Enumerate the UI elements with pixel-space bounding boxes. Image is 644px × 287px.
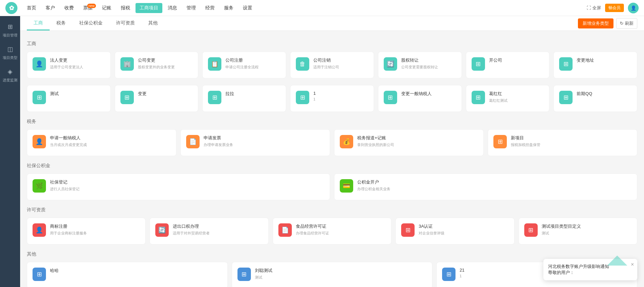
card-icon-cert-3a: ⊞	[401, 223, 415, 237]
add-business-type-button[interactable]: 新增业务类型	[578, 18, 613, 28]
card-name-test-type: 测试项目类型目定义	[542, 223, 632, 229]
card-info-front-qq: 前期QQ	[577, 91, 632, 98]
card-equity-transfer[interactable]: 🔄 股权转让 公司变更需要股权转让	[378, 52, 462, 78]
card-icon-one: ⊞	[296, 91, 309, 104]
card-name-liu-test: 刘聪测试	[255, 268, 427, 274]
tab-xuke[interactable]: 许可资质	[109, 17, 142, 30]
fullscreen-btn[interactable]: ⛶ 全屏	[587, 5, 601, 11]
card-haha[interactable]: ⊞ 哈哈	[27, 262, 228, 287]
tax-section-title: 税务	[27, 119, 637, 125]
card-icon-change-address: ⊞	[559, 57, 573, 71]
nav-item-fee[interactable]: 收费	[60, 3, 78, 13]
nav-item-ticket[interactable]: 票据new	[79, 3, 97, 13]
tab-shuiwu[interactable]: 税务	[50, 17, 72, 30]
card-icon-mohonghong: ⊞	[472, 91, 485, 104]
logo: ✿	[5, 2, 17, 14]
card-info-import-export: 进出口权办理 适用于对外贸易经营者	[173, 223, 263, 236]
sidebar-item-progress-monitor[interactable]: ◈ 进度监测	[0, 64, 20, 86]
sidebar-item-project-type[interactable]: ◫ 项目类型	[0, 41, 20, 64]
card-icon-haha: ⊞	[33, 268, 46, 281]
sidebar-icon-project-manage: ⊞	[5, 22, 15, 31]
social-section-title: 社保公积金	[27, 163, 637, 169]
card-mohonghong[interactable]: ⊞ 葛红红 葛红红测试	[466, 85, 550, 112]
card-name-company-change: 公司变更	[138, 57, 193, 63]
card-info-company-change: 公司变更 股权变更外的业务变更	[138, 57, 193, 70]
card-cert-3a[interactable]: ⊞ 3A认证 对企业信誉评级	[395, 218, 514, 244]
card-name-fund-open: 公积金开户	[357, 179, 632, 185]
avatar[interactable]: 👤	[628, 3, 639, 13]
nav-item-project[interactable]: 工商项目	[136, 3, 162, 13]
fullscreen-icon: ⛶	[587, 5, 591, 10]
nav-item-setting[interactable]: 设置	[239, 3, 256, 13]
card-desc-one: 1	[313, 97, 368, 101]
card-info-food-permit: 食品经营许可证 办理食品经营许可证	[296, 223, 386, 236]
nav-item-account[interactable]: 记账	[98, 3, 115, 13]
card-info-change-address: 变更地址	[577, 57, 632, 65]
card-icon-liu-test: ⊞	[237, 268, 251, 281]
card-name-equity-transfer: 股权转让	[401, 57, 456, 63]
card-apply-invoice[interactable]: 📄 申请发票 办理申请发票业务	[180, 129, 330, 156]
card-icon-company-cancel: 🗑	[296, 57, 309, 71]
card-front-qq[interactable]: ⊞ 前期QQ	[553, 85, 637, 112]
card-change-taxpayer[interactable]: ⊞ 变更一般纳税人	[378, 85, 462, 112]
card-info-lala: 拉拉	[225, 91, 280, 98]
nav-item-home[interactable]: 首页	[23, 3, 40, 13]
card-icon-tax-plus-account: 💰	[340, 135, 353, 148]
card-company-cancel[interactable]: 🗑 公司注销 适用于注销公司	[290, 52, 374, 78]
card-new-project[interactable]: ⊞ 新项目 报税加税控盘保管	[488, 129, 637, 156]
sidebar-item-project-manage[interactable]: ⊞ 项目管理	[0, 19, 20, 41]
card-change[interactable]: ⊞ 变更	[115, 85, 199, 112]
card-trademark[interactable]: 👤 商标注册 用于企业商标注册服务	[27, 218, 146, 244]
card-icon-new-project: ⊞	[493, 135, 507, 148]
nav-item-client[interactable]: 客户	[42, 3, 59, 13]
content-area: 工商 👤 法人变更 适用于公司变更法人 🏢 公司变更 股权变更外的业务变更 📋 …	[20, 31, 644, 287]
tab-shebao[interactable]: 社保公积金	[72, 17, 109, 30]
card-one[interactable]: ⊞ 1 1	[290, 85, 374, 112]
card-info-one: 1 1	[313, 91, 368, 101]
nav-badge-ticket: new	[87, 4, 96, 8]
card-company-register[interactable]: 📋 公司注册 申请公司注册全流程	[202, 52, 286, 78]
card-legal-change[interactable]: 👤 法人变更 适用于公司变更法人	[27, 52, 111, 78]
card-test[interactable]: ⊞ 测试	[27, 85, 111, 112]
card-info-liu-test: 刘聪测试 测试	[255, 268, 427, 280]
card-desc-legal-change: 适用于公司变更法人	[50, 65, 105, 70]
sidebar-label-project-type: 项目类型	[3, 55, 17, 60]
card-company-change[interactable]: 🏢 公司变更 股权变更外的业务变更	[115, 52, 199, 78]
card-name-trademark: 商标注册	[50, 223, 140, 229]
card-info-change: 变更	[138, 91, 193, 98]
refresh-button[interactable]: ↻ 刷新	[616, 18, 637, 29]
card-tax-plus-account[interactable]: 💰 税务报道+记账 拿到营业执照的新公司	[334, 129, 484, 156]
card-food-permit[interactable]: 📄 食品经营许可证 办理食品经营许可证	[273, 218, 391, 244]
card-open-company[interactable]: ⊞ 开公司	[466, 52, 550, 78]
card-lala[interactable]: ⊞ 拉拉	[202, 85, 286, 112]
card-icon-test-type: ⊞	[524, 223, 538, 237]
card-name-apply-invoice: 申请发票	[204, 135, 324, 141]
card-import-export[interactable]: 🔄 进出口权办理 适用于对外贸易经营者	[150, 218, 268, 244]
card-desc-liu-test: 测试	[255, 275, 427, 280]
nav-item-service[interactable]: 服务	[220, 3, 237, 13]
sidebar-label-project-manage: 项目管理	[3, 33, 17, 38]
card-social-register[interactable]: 🌿 社保登记 进行人员社保登记	[27, 173, 330, 200]
card-info-apply-invoice: 申请发票 办理申请发票业务	[204, 135, 324, 147]
card-icon-food-permit: 📄	[278, 223, 292, 237]
nav-item-tax[interactable]: 报税	[117, 3, 134, 13]
card-fund-open[interactable]: 💳 公积金开户 办理公积金相关业务	[334, 173, 637, 200]
card-change-address[interactable]: ⊞ 变更地址	[553, 52, 637, 78]
card-liu-test[interactable]: ⊞ 刘聪测试 测试	[232, 262, 433, 287]
nav-item-operate[interactable]: 经营	[201, 3, 219, 13]
card-apply-taxpayer[interactable]: 👤 申请一般纳税人 当月或次月成变更完成	[27, 129, 176, 156]
vip-button[interactable]: 畅会员	[605, 4, 624, 12]
card-test-type[interactable]: ⊞ 测试项目类型目定义 测试	[519, 218, 637, 244]
card-desc-food-permit: 办理食品经营许可证	[296, 231, 386, 236]
permit-cards: 👤 商标注册 用于企业商标注册服务 🔄 进出口权办理 适用于对外贸易经营者 📄 …	[27, 218, 637, 244]
card-icon-legal-change: 👤	[33, 57, 46, 71]
nav-item-msg[interactable]: 消息	[164, 3, 181, 13]
tab-gongshang[interactable]: 工商	[27, 17, 50, 30]
notification-popup: × 河北税务数字账户升级影响通知尊敬的用户：	[543, 259, 637, 280]
notif-close-button[interactable]: ×	[631, 262, 634, 268]
card-name-social-register: 社保登记	[50, 179, 324, 185]
tab-other[interactable]: 其他	[142, 17, 164, 30]
card-info-test: 测试	[50, 91, 105, 98]
nav-item-manage[interactable]: 管理	[182, 3, 200, 13]
card-info-haha: 哈哈	[50, 268, 222, 275]
